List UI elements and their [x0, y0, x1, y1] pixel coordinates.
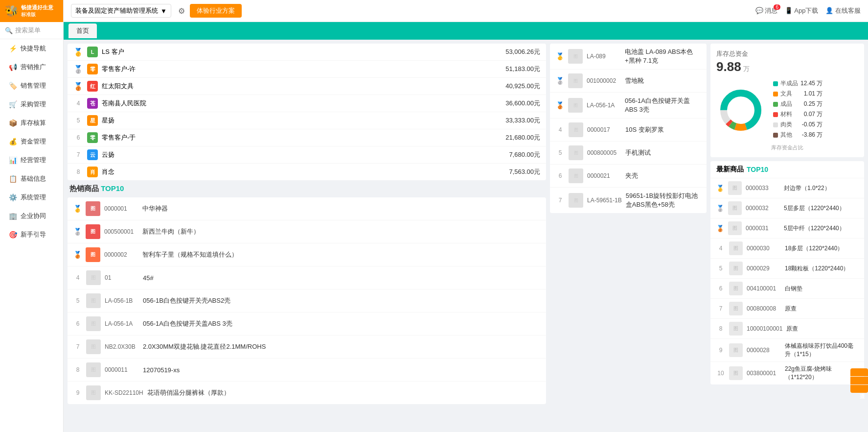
- sidebar-item-marketing[interactable]: 📢 营销推广: [0, 58, 63, 76]
- new-product-row[interactable]: 10 图 003800001 22g鱼豆腐-烧烤味（1*12*20）: [710, 362, 864, 384]
- hot-sales-row[interactable]: 5 图 000800005 手机测试: [550, 142, 707, 165]
- new-product-row[interactable]: 4 图 0000030 18多层（1220*2440）: [710, 239, 864, 259]
- basic-icon: 📋: [9, 175, 17, 183]
- customer-amount: 36,600.00元: [505, 99, 540, 108]
- sidebar-item-finance[interactable]: 💰 资金管理: [0, 132, 63, 151]
- customer-ranking-row[interactable]: 7 云 云扬 7,680.00元: [68, 146, 546, 164]
- dropdown-icon: ▼: [160, 7, 167, 15]
- hot-product-row[interactable]: 5 图 LA-056-1B 056-1B白色按键开关壳ABS2壳: [68, 289, 546, 312]
- hot-product-row[interactable]: 7 图 NB2.0X30B 2.0X30MM双捷花轴.捷花直径2.1MM/ROH…: [68, 336, 546, 359]
- new-product-name: 原查: [785, 305, 858, 313]
- system-selector[interactable]: 装备及固定资产辅助管理系统 ▼: [71, 4, 171, 18]
- sidebar-item-guide[interactable]: 🎯 新手引导: [0, 225, 63, 244]
- product-image-placeholder: 图: [569, 145, 583, 160]
- sidebar-item-inventory[interactable]: 📦 库存核算: [0, 114, 63, 132]
- new-product-image: 图: [729, 282, 743, 295]
- customer-ranking-row[interactable]: 🥇 L LS 客户 53,006.26元: [68, 44, 546, 61]
- new-product-image: 图: [728, 181, 742, 195]
- sidebar-search[interactable]: 🔍 搜索菜单: [0, 22, 63, 39]
- customer-name: 云扬: [102, 150, 505, 159]
- tab-home-label: 首页: [76, 27, 89, 34]
- customer-ranking-row[interactable]: 8 肖 肖念 7,563.00元: [68, 164, 546, 180]
- customer-ranking-row[interactable]: 🥈 零 零售客户-许 51,183.00元: [68, 61, 546, 78]
- hot-sales-row[interactable]: 🥉 图 LA-056-1A 056-1A白色按键开关盖ABS 3壳: [550, 93, 707, 119]
- legend-dot: [773, 81, 778, 86]
- sidebar-item-label: 快捷导航: [21, 44, 46, 53]
- new-rank: 8: [716, 325, 725, 332]
- donut-chart-svg: [716, 86, 765, 135]
- new-product-row[interactable]: 6 图 004100001 白钢垫: [710, 279, 864, 299]
- new-product-row[interactable]: 🥇 图 0000033 封边带（1.0*22）: [710, 178, 864, 198]
- product-name: 2.0X30MM双捷花轴.捷花直径2.1MM/ROHS: [143, 342, 540, 351]
- sidebar-item-label: 采购管理: [21, 100, 46, 109]
- new-product-image: 图: [728, 221, 742, 235]
- hot-product-row[interactable]: 4 图 01 45#: [68, 266, 546, 289]
- hot-product-row[interactable]: 6 图 LA-056-1A 056-1A白色按键开关盖ABS 3壳: [68, 312, 546, 336]
- new-product-row[interactable]: 5 图 0000029 18颗粒板（1220*2440）: [710, 259, 864, 279]
- customer-ranking-row[interactable]: 🥉 红 红太阳文具 40,925.00元: [68, 78, 546, 95]
- nav-tabs: 首页: [64, 22, 868, 40]
- product-code: LA-056-1B: [105, 297, 139, 304]
- customer-ranking-row[interactable]: 5 星 星扬 33,333.00元: [68, 112, 546, 129]
- new-product-row[interactable]: 9 图 0000028 体械嘉核味苏打饮品400毫升（1*15）: [710, 339, 864, 362]
- app-download[interactable]: 📱 App下载: [785, 6, 818, 15]
- hot-product-row[interactable]: 🥇 图 0000001 中华神器: [68, 197, 546, 220]
- product-image-placeholder: 图: [86, 293, 101, 308]
- rank-badge: 肖: [87, 167, 98, 177]
- sidebar-item-label: 企业协同: [21, 212, 46, 220]
- new-product-image: 图: [728, 201, 742, 215]
- tab-home[interactable]: 首页: [69, 24, 97, 38]
- customer-name: 零售客户-许: [102, 65, 502, 73]
- customer-ranking-row[interactable]: 6 零 零售客户-于 21,680.00元: [68, 129, 546, 146]
- customer-ranking-row[interactable]: 4 苍 苍南县人民医院 36,600.00元: [68, 95, 546, 112]
- new-product-row[interactable]: 🥈 图 0000032 5层多层（1220*2440）: [710, 198, 864, 218]
- rank-medal: 🥉: [716, 225, 724, 232]
- sidebar-item-sales[interactable]: 🏷️ 销售管理: [0, 76, 63, 95]
- hot-sales-row[interactable]: 4 图 0000017 10S 变刷罗浆: [550, 119, 707, 142]
- floating-btn-community[interactable]: 服务社区: [850, 377, 868, 384]
- new-product-code: 0000030: [747, 245, 781, 252]
- hot-sales-row[interactable]: 🥇 图 LA-089 电池盖 LA-089 ABS本色+黑种 7.1克: [550, 44, 707, 70]
- rank-badge: 零: [87, 64, 98, 74]
- sidebar-item-label: 经营管理: [21, 156, 46, 165]
- product-code: 001000002: [587, 77, 621, 84]
- message-badge-container[interactable]: 💬 消息 6: [755, 6, 778, 15]
- sidebar-item-purchase[interactable]: 🛒 采购管理: [0, 95, 63, 114]
- new-product-row[interactable]: 8 图 10000100001 原查: [710, 319, 864, 339]
- settings-icon[interactable]: ⚙: [178, 6, 185, 16]
- sidebar-item-quicknav[interactable]: ⚡ 快捷导航: [0, 39, 63, 58]
- product-name: 电池盖 LA-089 ABS本色+黑种 7.1克: [625, 48, 701, 65]
- topbar: 装备及固定资产辅助管理系统 ▼ ⚙ 体验行业方案 💬 消息 6 📱 App下载 …: [64, 0, 868, 22]
- trial-button[interactable]: 体验行业方案: [190, 4, 242, 18]
- sidebar-item-label: 资金管理: [21, 137, 46, 146]
- product-name: 智利车子里（规格不知道填什么）: [142, 250, 540, 259]
- hot-product-row[interactable]: 8 图 0000011 12070519-xs: [68, 359, 546, 382]
- sidebar-item-company[interactable]: 🏢 企业协同: [0, 207, 63, 225]
- floating-btn-live[interactable]: 直播: [850, 385, 868, 393]
- rank-medal: 🥉: [73, 251, 82, 259]
- message-icon: 💬: [755, 7, 763, 14]
- hot-sales-row[interactable]: 7 图 LA-59651-1B 59651-1B旋转投影灯电池盒ABS黑色+58…: [550, 188, 707, 213]
- hot-product-row[interactable]: 🥉 图 0000002 智利车子里（规格不知道填什么）: [68, 243, 546, 266]
- hot-sales-row[interactable]: 6 图 0000021 夹壳: [550, 165, 707, 188]
- sidebar-logo: 🐝 畅捷通好生意 标准版: [0, 0, 63, 22]
- sidebar-item-basic[interactable]: 📋 基础信息: [0, 169, 63, 188]
- content-area: 🥇 L LS 客户 53,006.26元 🥈 零 零售客户-许 51,183.0…: [64, 40, 868, 432]
- customer-ranking-list: 🥇 L LS 客户 53,006.26元 🥈 零 零售客户-许 51,183.0…: [68, 44, 546, 180]
- system-name: 装备及固定资产辅助管理系统: [75, 6, 158, 15]
- hot-products-title: 热销商品 TOP10: [68, 184, 546, 193]
- inventory-legend: 半成品 12.45 万 文具 1.01 万 成品 0.25 万: [773, 79, 822, 141]
- hot-sales-row[interactable]: 🥈 图 001000002 雪地靴: [550, 70, 707, 93]
- rank-badge: L: [87, 47, 98, 57]
- new-product-row[interactable]: 🥉 图 0000031 5层中纤（1220*2440）: [710, 218, 864, 239]
- new-product-row[interactable]: 7 图 000800008 原查: [710, 299, 864, 319]
- online-service[interactable]: 👤 在线客服: [825, 6, 861, 15]
- rank-badge: 云: [87, 149, 98, 160]
- hot-product-row[interactable]: 9 图 KK-SD22110H 花语萌俏温分腿裤袜（厚款）: [68, 382, 546, 404]
- hot-products-section: 热销商品 TOP10 🥇 图 0000001 中华神器 🥈 图 00050000…: [68, 184, 546, 404]
- hot-product-row[interactable]: 🥈 图 000500001 新西兰牛肉（新牛）: [68, 220, 546, 243]
- sidebar-item-system[interactable]: ⚙️ 系统管理: [0, 188, 63, 207]
- floating-btn-service[interactable]: 客服热线: [850, 368, 868, 376]
- product-code: 000800005: [587, 149, 621, 156]
- sidebar-item-operation[interactable]: 📊 经营管理: [0, 151, 63, 169]
